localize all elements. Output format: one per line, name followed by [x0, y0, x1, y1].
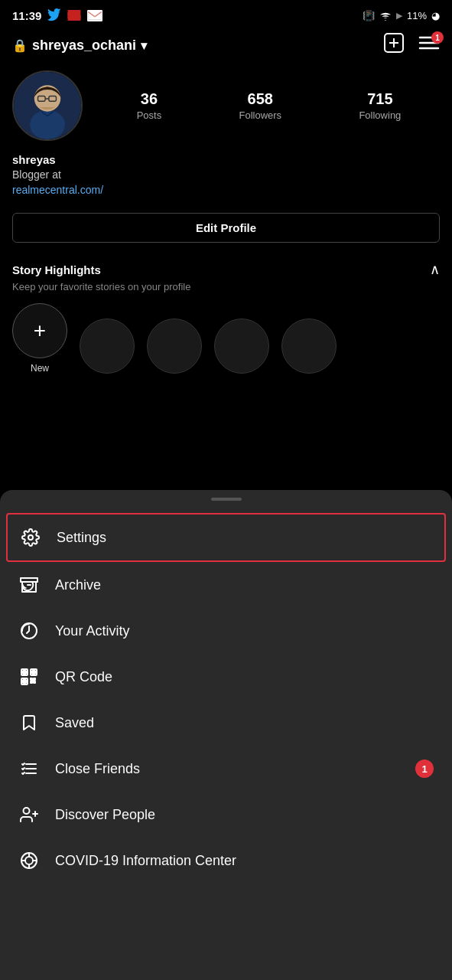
gmail-icon	[67, 10, 81, 21]
bio-text: Blogger at realmecentral.com/	[12, 168, 440, 198]
username: shreyas_ochani	[32, 38, 136, 54]
settings-label: Settings	[57, 530, 106, 546]
followers-count: 658	[248, 90, 273, 108]
battery-text: 11%	[407, 10, 427, 21]
wifi-icon	[379, 10, 392, 21]
your-activity-label: Your Activity	[55, 623, 129, 639]
new-highlight-label: New	[31, 363, 49, 374]
add-post-icon	[383, 32, 405, 54]
highlights-title: Story Highlights	[12, 263, 101, 276]
covid-icon	[18, 850, 40, 871]
vibrate-icon: 📳	[363, 10, 375, 21]
svg-point-2	[385, 20, 385, 21]
avatar[interactable]	[12, 70, 83, 141]
highlight-circle-4[interactable]	[281, 318, 337, 374]
dropdown-chevron[interactable]: ▾	[141, 38, 147, 53]
archive-icon	[18, 574, 40, 596]
close-friends-badge: 1	[415, 760, 434, 778]
svg-rect-22	[23, 680, 26, 683]
gmail-m-icon	[87, 10, 102, 21]
menu-button[interactable]: 1	[418, 34, 440, 56]
avatar-image	[14, 72, 81, 139]
svg-point-10	[30, 110, 65, 139]
plus-icon: +	[34, 318, 46, 343]
highlights-header: Story Highlights ∧	[12, 261, 440, 278]
svg-point-15	[28, 535, 33, 540]
covid-label: COVID-19 Information Center	[55, 853, 236, 869]
settings-icon	[20, 527, 41, 548]
qr-code-label: QR Code	[55, 669, 112, 685]
bio-name: shreyas	[12, 153, 440, 166]
highlight-circle-2[interactable]	[147, 318, 202, 374]
following-stat[interactable]: 715 Following	[359, 90, 401, 121]
menu-item-discover-people[interactable]: Discover People	[0, 792, 452, 838]
menu-item-close-friends[interactable]: Close Friends 1	[0, 746, 452, 792]
posts-count: 36	[141, 90, 158, 108]
discover-people-icon	[18, 804, 40, 825]
saved-icon	[18, 712, 40, 733]
close-friends-icon	[18, 758, 40, 779]
signal-icon: ▶	[396, 11, 402, 21]
bio-line1: Blogger at	[12, 168, 61, 181]
drag-handle	[211, 498, 242, 501]
menu-item-qr-code[interactable]: QR Code	[0, 654, 452, 700]
svg-point-32	[24, 808, 30, 814]
svg-rect-20	[23, 671, 26, 674]
archive-label: Archive	[55, 577, 101, 593]
svg-rect-21	[32, 671, 35, 674]
following-count: 715	[367, 90, 392, 108]
profile-header: 🔒 shreyas_ochani ▾ 1	[0, 29, 452, 64]
svg-point-36	[25, 857, 33, 864]
highlight-circle-1[interactable]	[80, 318, 135, 374]
svg-rect-0	[68, 10, 81, 21]
add-post-button[interactable]	[383, 32, 405, 58]
username-row[interactable]: 🔒 shreyas_ochani ▾	[12, 38, 147, 54]
status-bar: 11:39 📳 ▶ 11% ◕	[0, 0, 452, 29]
qr-icon	[18, 666, 40, 688]
menu-item-settings[interactable]: Settings	[6, 513, 446, 562]
stats-row: 36 Posts 658 Followers 715 Following	[98, 90, 440, 121]
followers-stat[interactable]: 658 Followers	[239, 90, 281, 121]
discover-people-label: Discover People	[55, 807, 155, 823]
highlight-item-1[interactable]	[80, 318, 135, 374]
time: 11:39	[12, 9, 41, 22]
menu-item-archive[interactable]: Archive	[0, 562, 452, 608]
highlights-list: + New	[12, 303, 440, 374]
loading-icon: ◕	[431, 10, 440, 21]
lock-icon: 🔒	[12, 38, 28, 53]
highlight-circle-3[interactable]	[214, 318, 269, 374]
following-label: Following	[359, 109, 401, 121]
edit-profile-button[interactable]: Edit Profile	[12, 213, 440, 243]
svg-rect-28	[32, 680, 34, 681]
highlight-item-4[interactable]	[281, 318, 337, 374]
highlights-toggle-icon[interactable]: ∧	[430, 261, 440, 278]
activity-icon	[18, 620, 40, 642]
menu-item-covid[interactable]: COVID-19 Information Center	[0, 838, 452, 884]
profile-info: 36 Posts 658 Followers 715 Following	[0, 64, 452, 150]
status-right: 📳 ▶ 11% ◕	[363, 10, 440, 21]
status-left: 11:39	[12, 8, 102, 22]
highlight-item-2[interactable]	[147, 318, 202, 374]
new-highlight-item[interactable]: + New	[12, 303, 67, 374]
new-highlight-circle[interactable]: +	[12, 303, 67, 358]
posts-stat[interactable]: 36 Posts	[137, 90, 162, 121]
saved-label: Saved	[55, 715, 94, 731]
menu-item-saved[interactable]: Saved	[0, 700, 452, 746]
followers-label: Followers	[239, 109, 281, 121]
header-actions: 1	[383, 32, 440, 58]
twitter-icon	[47, 8, 61, 22]
highlights-subtitle: Keep your favorite stories on your profi…	[12, 281, 440, 292]
highlight-item-3[interactable]	[214, 318, 269, 374]
bottom-sheet: Settings Archive Your Activity	[0, 490, 452, 980]
menu-item-your-activity[interactable]: Your Activity	[0, 608, 452, 654]
posts-label: Posts	[137, 109, 162, 121]
menu-notification-badge: 1	[431, 31, 444, 44]
avatar-silhouette	[14, 70, 81, 141]
bio-section: shreyas Blogger at realmecentral.com/	[0, 150, 452, 207]
close-friends-label: Close Friends	[55, 761, 140, 777]
story-highlights: Story Highlights ∧ Keep your favorite st…	[0, 255, 452, 383]
bio-link[interactable]: realmecentral.com/	[12, 184, 103, 196]
